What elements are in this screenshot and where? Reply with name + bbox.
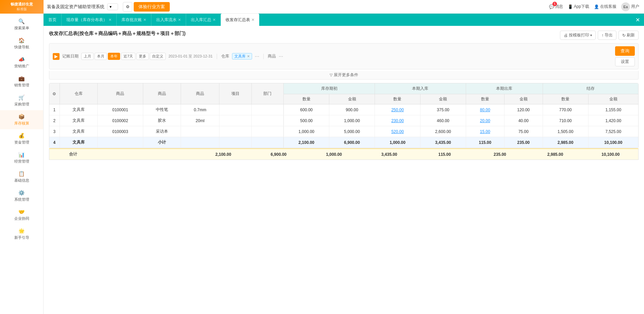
cell-out-amt: 40.00 [504,115,543,126]
cell-in-qty[interactable]: 520.00 [375,126,420,137]
messages-item[interactable]: 💬 6 消息 [549,4,563,10]
tab-bar: 首页 现存量（库存分布表） ✕ 库存批次账 ✕ 出入库流水 ✕ 出入库汇总 ✕ … [44,14,644,26]
th-goods-name: 商品 [143,83,181,104]
date-btn-7days[interactable]: 近7天 [121,53,135,60]
settings-btn[interactable]: 设置 [615,57,635,66]
query-btn[interactable]: 查询 [615,46,635,56]
sidebar-item-search[interactable]: 🔍 搜索菜单 [0,15,43,34]
cell-opening-qty: 2,100.00 [284,137,329,148]
warehouse-tag[interactable]: 文具库 ✕ [232,53,252,60]
cell-goods-name: 采访本 [143,126,181,137]
cell-closing-amt: 7,525.00 [588,126,638,137]
filter-dots-2[interactable]: ··· [279,53,611,60]
filter-dots-1[interactable]: ··· [255,53,259,60]
warehouse-tag-close[interactable]: ✕ [247,54,250,58]
sidebar-item-sales[interactable]: 💼 销售管理 [0,72,43,91]
goods-filter-label: 商品 [268,53,276,59]
th-in-qty: 数量 [375,94,420,104]
tab-recv-send-summary[interactable]: 收发存汇总表 ✕ [221,14,259,26]
sidebar-item-guide[interactable]: 🌟 新手引导 [0,225,43,244]
sidebar-item-system[interactable]: ⚙️ 系统管理 [0,186,43,205]
tab-close-batch-ledger[interactable]: ✕ [143,18,146,22]
sidebar-label-enterprise: 企业协同 [14,216,29,221]
gear-icon: ⚙ [126,4,130,9]
cell-closing-qty: 2,985.00 [543,137,588,148]
expand-more-btn[interactable]: ▽ 展开更多条件 [330,72,358,78]
tab-bar-close-btn[interactable]: ✕ [631,17,644,23]
cell-closing-amt: 1,155.00 [588,104,638,115]
date-btn-more[interactable]: 更多 [136,53,149,60]
cell-warehouse: 文具库 [60,126,97,137]
tab-close-in-out-flow[interactable]: ✕ [178,18,181,22]
cell-opening-qty: 600.00 [284,104,329,115]
export-btn[interactable]: ↑ 导出 [598,31,616,40]
warehouse-filter-label: 仓库 [221,53,229,59]
th-out-qty: 数量 [466,94,504,104]
expand-icon: ▽ [330,73,332,77]
refresh-btn[interactable]: ↻ 刷新 [618,31,639,40]
system-select-btn[interactable]: ▾ [107,3,118,10]
tab-close-in-out-summary[interactable]: ✕ [213,18,216,22]
cell-dept [251,137,284,148]
tab-in-out-flow[interactable]: 出入库流水 ✕ [151,14,186,26]
sidebar-item-enterprise[interactable]: 🤝 企业协同 [0,205,43,225]
expand-more-row: ▽ 展开更多条件 [49,71,639,80]
cell-opening-qty: 500.00 [284,115,329,126]
cell-index: 3 [49,126,60,137]
user-item[interactable]: Ea 用户 [621,2,639,11]
date-btn-this-month[interactable]: 本月 [95,53,107,60]
cell-project [219,126,252,137]
system-name: 装备及固定资产辅助管理系统 ▾ [44,3,121,10]
date-btn-custom[interactable]: 自定义 [150,53,166,60]
date-filter-label: 记账日期 [62,53,79,59]
tab-home[interactable]: 首页 [44,14,62,26]
cell-out-qty[interactable]: 20.00 [466,115,504,126]
footer-in-amt: 3,435.00 [362,152,417,157]
cell-warehouse: 文具库 [60,137,97,148]
tab-inventory-dist[interactable]: 现存量（库存分布表） ✕ [62,14,117,26]
cell-out-qty[interactable]: 15.00 [466,126,504,137]
cell-in-qty[interactable]: 230.00 [375,115,420,126]
tab-close-inventory-dist[interactable]: ✕ [109,18,112,22]
app-download-item[interactable]: 📱 App下载 [568,4,589,10]
cell-goods-spec [181,126,219,137]
sidebar-item-marketing[interactable]: 📣 营销推广 [0,53,43,72]
date-btn-last-month[interactable]: 上月 [81,53,94,60]
sales-icon: 💼 [18,76,25,82]
sidebar-item-operations[interactable]: 📊 经营管理 [0,148,43,167]
sidebar-item-inventory[interactable]: 📦 库存核算 [0,110,43,129]
sidebar-item-purchase[interactable]: 🛒 采购管理 [0,91,43,110]
cell-closing-qty: 710.00 [543,115,588,126]
date-btn-this-year[interactable]: 本年 [108,53,120,60]
sidebar-item-finance[interactable]: 💰 资金管理 [0,129,43,148]
th-settings[interactable]: ⚙ [49,83,60,104]
column-settings-icon[interactable]: ⚙ [52,92,56,96]
filter-toggle-btn[interactable]: ▶ [53,53,60,60]
tab-in-out-summary[interactable]: 出入库汇总 ✕ [186,14,221,26]
th-opening: 库存期初 [284,83,375,94]
th-goods-code: 商品 [97,83,143,104]
cell-out-qty[interactable]: 80.00 [466,104,504,115]
cell-goods-name: 胶水 [143,115,181,126]
header-right: 💬 6 消息 📱 App下载 👤 在线客服 Ea 用户 [549,2,639,11]
online-service-item[interactable]: 👤 在线客服 [594,4,616,10]
sidebar-label-sales: 销售管理 [14,83,29,88]
tab-batch-ledger[interactable]: 库存批次账 ✕ [117,14,151,26]
sidebar-label-basic-info: 基础信息 [14,178,29,183]
cell-dept [251,126,284,137]
sidebar-item-basic-info[interactable]: 📋 基础信息 [0,167,43,186]
trial-button[interactable]: 体验行业方案 [134,2,170,12]
basic-info-icon: 📋 [18,171,25,177]
cell-in-qty[interactable]: 1,000.00 [375,137,420,148]
tab-close-recv-send-summary[interactable]: ✕ [251,18,254,22]
print-btn[interactable]: 🖨 按模板打印 ▾ [560,31,596,40]
cell-project [219,104,252,115]
cell-out-amt: 75.00 [504,126,543,137]
cell-out-qty[interactable]: 115.00 [466,137,504,148]
gear-button[interactable]: ⚙ [123,2,132,12]
cell-index: 1 [49,104,60,115]
footer-in-qty: 1,000.00 [306,152,362,157]
sidebar-item-quick-nav[interactable]: 🏠 快捷导航 [0,34,43,53]
cell-in-amt: 375.00 [420,104,466,115]
cell-in-qty[interactable]: 250.00 [375,104,420,115]
